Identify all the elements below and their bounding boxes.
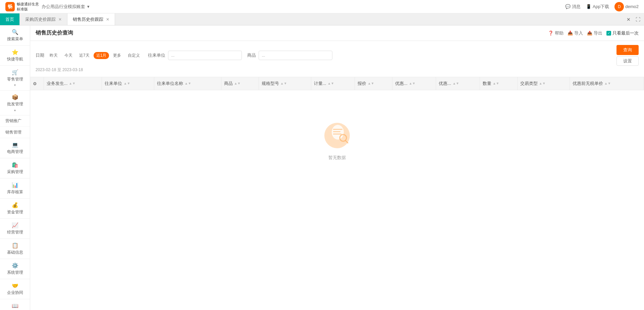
system-icon: ⚙️ [12, 262, 18, 269]
close-sales-tab-icon[interactable]: ✕ [106, 17, 109, 22]
sort-icon-product: ▲▼ [234, 82, 241, 85]
col-unit[interactable]: 计量... ▲▼ [311, 77, 355, 90]
sidebar-sub-marketing[interactable]: 营销推广 [0, 115, 30, 127]
close-tab-btn[interactable]: ✕ [625, 16, 632, 23]
user-avatar: D [614, 2, 624, 11]
empty-state-row: 暂无数据 [30, 90, 644, 188]
retail-icon: 🛒 [12, 69, 18, 75]
sidebar-item-retail[interactable]: 🛒 零售管理 ▾ [0, 66, 30, 91]
page-header-actions: ❓ 帮助 📥 导入 📤 导出 ✓ 只看最后一次 [548, 30, 639, 40]
sort-icon-partner-code: ▲▼ [123, 82, 130, 85]
sort-icon-discount2: ▲▼ [452, 82, 459, 85]
partner-input[interactable]: ... [168, 51, 242, 60]
col-partner-code[interactable]: 往来单位 ▲▼ [102, 77, 154, 90]
sort-icon-partner-name: ▲▼ [184, 82, 191, 85]
col-quantity[interactable]: 数量 ▲▼ [480, 77, 517, 90]
tab-bar: 首页 采购历史价跟踪 ✕ 销售历史价跟踪 ✕ ✕ ⛶ [0, 13, 644, 25]
logo-text: 畅捷通好生意 标准版 [17, 2, 39, 11]
export-btn[interactable]: 📤 导出 [587, 30, 602, 36]
sidebar-item-inventory[interactable]: 📊 库存核算 [0, 178, 30, 199]
data-table: ⚙ 业务发生... ▲▼ 往来单位 ▲▼ [30, 77, 644, 188]
sidebar-item-operations[interactable]: 📈 经营管理 [0, 219, 30, 239]
top-header: 畅 畅捷通好生意 标准版 办公用品行业模拟账套 ▾ 💬 消息 📱 App下载 D… [0, 0, 644, 13]
col-quoted-price[interactable]: 报价 ▲▼ [355, 77, 392, 90]
sidebar-item-ecommerce[interactable]: 💻 电商管理 [0, 138, 30, 158]
sidebar-item-enterprise-collab[interactable]: 🤝 企业协同 [0, 279, 30, 299]
sidebar-item-wholesale[interactable]: 📦 批发管理 ▴ [0, 91, 30, 115]
user-menu-btn[interactable]: D demo2 [614, 2, 639, 11]
download-icon: 📱 [586, 4, 591, 9]
sort-icon-quantity: ▲▼ [493, 82, 499, 85]
date-custom-btn[interactable]: 自定义 [125, 52, 143, 59]
col-trade-type[interactable]: 交易类型 ▲▼ [517, 77, 570, 90]
col-spec[interactable]: 规格型号 ▲▼ [259, 77, 311, 90]
product-label: 商品 [247, 52, 256, 58]
empty-text: 暂无数据 [328, 155, 346, 161]
inventory-icon: 📊 [12, 182, 18, 188]
tab-purchase-history[interactable]: 采购历史价跟踪 ✕ [20, 13, 67, 25]
sidebar-item-beginner[interactable]: 📖 新手引导 [0, 299, 30, 310]
date-last7days-btn[interactable]: 近7天 [76, 52, 92, 59]
wholesale-arrow-icon: ▴ [14, 108, 16, 112]
page-header: 销售历史价查询 ❓ 帮助 📥 导入 📤 导出 ✓ 只看最后一次 [30, 25, 644, 41]
sidebar-item-search-menu[interactable]: 🔍 搜索菜单 [0, 25, 30, 46]
date-yesterday-btn[interactable]: 昨天 [47, 52, 60, 59]
dropdown-icon[interactable]: ▾ [87, 4, 90, 9]
export-icon: 📤 [587, 31, 592, 36]
sort-icon-trade-type: ▲▼ [539, 82, 546, 85]
table-header-row: ⚙ 业务发生... ▲▼ 往来单位 ▲▼ [30, 77, 644, 90]
col-discount1[interactable]: 优惠... ▲▼ [392, 77, 436, 90]
date-today-btn[interactable]: 今天 [62, 52, 75, 59]
query-btn[interactable]: 查询 [616, 45, 639, 55]
setting-btn[interactable]: 设置 [616, 56, 639, 66]
col-discount2[interactable]: 优惠... ▲▼ [436, 77, 480, 90]
last-only-checkbox[interactable]: ✓ [606, 31, 611, 36]
last-only-checkbox-label[interactable]: ✓ 只看最后一次 [606, 30, 639, 36]
help-btn[interactable]: ❓ 帮助 [548, 30, 564, 36]
message-btn[interactable]: 💬 消息 [565, 4, 581, 10]
col-biz-date[interactable]: 业务发生... ▲▼ [44, 77, 102, 90]
app-download-btn[interactable]: 📱 App下载 [586, 4, 609, 10]
date-more-btn[interactable]: 更多 [110, 52, 124, 59]
filter-row-1: 日期 昨天 今天 近7天 近1月 更多 自定义 往来单位 ... [36, 45, 639, 66]
import-icon: 📥 [568, 31, 573, 36]
col-settings[interactable]: ⚙ [30, 77, 44, 90]
purchase-history-tab-label: 采购历史价跟踪 [25, 16, 56, 22]
sidebar-item-system[interactable]: ⚙️ 系统管理 [0, 259, 30, 279]
col-partner-name[interactable]: 往来单位名称 ▲▼ [154, 77, 221, 90]
tab-bar-actions: ✕ ⛶ [625, 13, 644, 25]
svg-rect-4 [333, 134, 341, 135]
tab-sales-history[interactable]: 销售历史价跟踪 ✕ [67, 13, 115, 25]
sidebar-item-basic-info[interactable]: 📋 基础信息 [0, 239, 30, 259]
partner-filter-group: 往来单位 ... [148, 51, 242, 60]
product-input[interactable]: ... [259, 51, 332, 60]
main-layout: 🔍 搜索菜单 ⭐ 快捷导航 🛒 零售管理 ▾ 📦 批发管理 ▴ 营销推广 销售管… [0, 25, 644, 310]
partner-label: 往来单位 [148, 52, 165, 58]
sales-history-tab-label: 销售历史价跟踪 [73, 16, 103, 22]
sidebar-item-purchase[interactable]: 🛍️ 采购管理 [0, 158, 30, 178]
workspace-selector[interactable]: 办公用品行业模拟账套 ▾ [42, 4, 90, 10]
col-pretax-price[interactable]: 优惠前无税单价 ▲▼ [570, 77, 644, 90]
import-btn[interactable]: 📥 导入 [568, 30, 583, 36]
enterprise-collab-icon: 🤝 [12, 282, 18, 289]
sidebar: 🔍 搜索菜单 ⭐ 快捷导航 🛒 零售管理 ▾ 📦 批发管理 ▴ 营销推广 销售管… [0, 25, 30, 310]
date-last1month-btn[interactable]: 近1月 [94, 52, 109, 59]
finance-icon: 💰 [12, 202, 18, 208]
content-area: 销售历史价查询 ❓ 帮助 📥 导入 📤 导出 ✓ 只看最后一次 [30, 25, 644, 310]
maximize-btn[interactable]: ⛶ [635, 16, 641, 23]
quick-nav-icon: ⭐ [12, 49, 18, 55]
svg-rect-3 [333, 131, 340, 132]
sort-icon-unit: ▲▼ [327, 82, 334, 85]
sidebar-item-quick-nav[interactable]: ⭐ 快捷导航 [0, 46, 30, 66]
home-tab-label: 首页 [5, 16, 14, 22]
logo-icon: 畅 [5, 2, 15, 11]
sidebar-item-finance[interactable]: 💰 资金管理 [0, 199, 30, 219]
close-purchase-tab-icon[interactable]: ✕ [58, 17, 62, 22]
date-label: 日期 [36, 52, 44, 58]
svg-rect-2 [333, 129, 342, 130]
tab-home[interactable]: 首页 [0, 13, 20, 25]
table-head: ⚙ 业务发生... ▲▼ 往来单位 ▲▼ [30, 77, 644, 90]
logo-area: 畅 畅捷通好生意 标准版 [5, 2, 39, 11]
sidebar-sub-sales-mgmt[interactable]: 销售管理 [0, 127, 30, 138]
col-product[interactable]: 商品 ▲▼ [221, 77, 259, 90]
